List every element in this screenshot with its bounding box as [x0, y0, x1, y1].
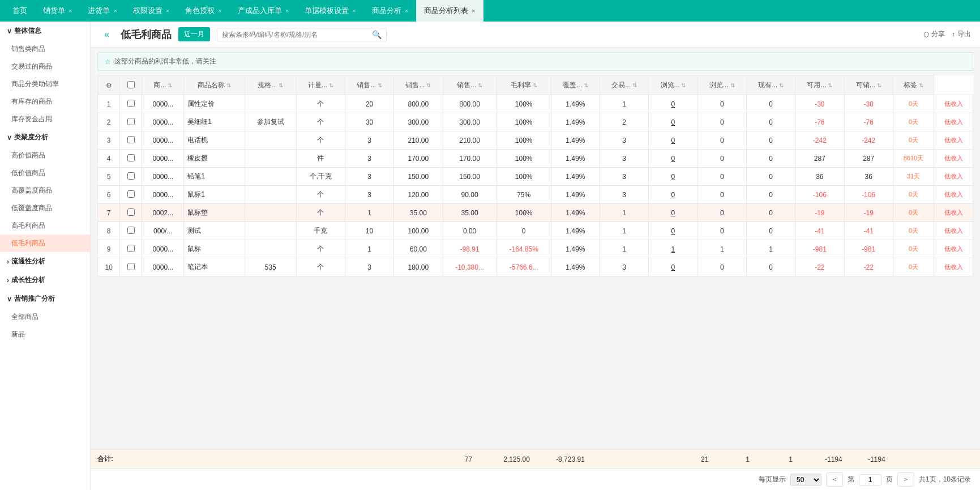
- close-icon[interactable]: ×: [352, 7, 356, 14]
- th-sale-qty[interactable]: 销售...: [345, 76, 393, 95]
- nav-home[interactable]: 首页: [5, 0, 35, 22]
- footer-stock: -1194: [812, 455, 855, 463]
- close-icon[interactable]: ×: [69, 7, 72, 14]
- th-available[interactable]: 可用...: [795, 76, 844, 95]
- row-tag: 低收入: [934, 113, 973, 131]
- nav-permission[interactable]: 权限设置 ×: [125, 0, 177, 22]
- row-checkbox[interactable]: [120, 204, 142, 222]
- data-table: ⚙ 商... 商品名称 规格... 计量... 销售... 销售... 销售..…: [97, 75, 973, 276]
- sidebar-group-circulation-title[interactable]: › 流通性分析: [0, 252, 90, 271]
- th-saleable[interactable]: 可销...: [844, 76, 893, 95]
- row-checkbox[interactable]: [120, 186, 142, 204]
- th-product-name[interactable]: 商品名称: [184, 76, 245, 95]
- sidebar-item-high-value[interactable]: 高价值商品: [0, 147, 90, 164]
- close-icon[interactable]: ×: [166, 7, 169, 14]
- th-gear[interactable]: ⚙: [98, 76, 120, 95]
- nav-product-analysis[interactable]: 商品分析 ×: [364, 0, 416, 22]
- sidebar-item-in-stock[interactable]: 有库存的商品: [0, 93, 90, 110]
- sidebar-item-sales-category[interactable]: 销售类商品: [0, 40, 90, 58]
- close-icon[interactable]: ×: [405, 7, 408, 14]
- sidebar-item-capital[interactable]: 库存资金占用: [0, 110, 90, 128]
- close-icon[interactable]: ×: [472, 7, 475, 14]
- row-checkbox[interactable]: [120, 95, 142, 113]
- search-input[interactable]: [222, 31, 370, 39]
- table-row: 9 0000... 鼠标 个 1 60.00 -98.91 -164.85% 1…: [98, 240, 973, 258]
- next-page-button[interactable]: ＞: [897, 472, 914, 487]
- select-all-checkbox[interactable]: [127, 81, 135, 88]
- row-margin: 1.49%: [551, 258, 600, 276]
- page-size-select[interactable]: 50 10 20 100: [790, 474, 821, 486]
- close-icon[interactable]: ×: [218, 7, 221, 14]
- collapse-sidebar-button[interactable]: «: [100, 29, 114, 40]
- nav-template-setting[interactable]: 单据模板设置 ×: [297, 0, 363, 22]
- row-margin: 1.49%: [551, 222, 600, 240]
- th-margin[interactable]: 覆盖...: [551, 76, 600, 95]
- th-tag[interactable]: 标签: [893, 76, 934, 95]
- nav-product-entry[interactable]: 产成品入库单 ×: [230, 0, 297, 22]
- sidebar-item-category-sales-rate[interactable]: 商品分类助销率: [0, 75, 90, 93]
- row-index: 2: [98, 113, 120, 131]
- nav-product-analysis-list[interactable]: 商品分析列表 ×: [416, 0, 483, 22]
- row-unit: 个,千克: [296, 168, 345, 186]
- nav-sales-order[interactable]: 销货单 ×: [35, 0, 80, 22]
- row-stock: -19: [795, 204, 844, 222]
- row-checkbox[interactable]: [120, 131, 142, 150]
- sidebar-group-cluster-title[interactable]: ∨ 类聚度分析: [0, 128, 90, 147]
- sidebar-group-overall-title[interactable]: ∨ 整体信息: [0, 22, 90, 40]
- notice-bar: ☆ 这部分商品的利润非常低，请关注: [97, 52, 973, 71]
- sidebar-item-traded[interactable]: 交易过的商品: [0, 58, 90, 75]
- row-cover: 1: [600, 240, 649, 258]
- th-browse1[interactable]: 浏览...: [649, 76, 697, 95]
- th-browse2[interactable]: 浏览...: [697, 76, 746, 95]
- th-product-code[interactable]: 商...: [142, 76, 184, 95]
- table-row: 10 0000... 笔记本 535 个 3 180.00 -10,380...…: [98, 258, 973, 276]
- row-sale-amt1: 120.00: [394, 186, 443, 204]
- th-gross-rate[interactable]: 毛利率: [497, 76, 551, 95]
- th-unit[interactable]: 计量...: [296, 76, 345, 95]
- share-button[interactable]: ⬡ 分享: [923, 29, 945, 39]
- row-qty: 3: [345, 168, 393, 186]
- nav-purchase-order[interactable]: 进货单 ×: [80, 0, 125, 22]
- row-checkbox[interactable]: [120, 258, 142, 276]
- row-name: 鼠标垫: [184, 204, 245, 222]
- row-checkbox[interactable]: [120, 240, 142, 258]
- gear-icon[interactable]: ⚙: [106, 82, 112, 90]
- sidebar-item-high-margin[interactable]: 高毛利商品: [0, 217, 90, 235]
- row-sale-amt2: 300.00: [443, 113, 497, 131]
- row-checkbox[interactable]: [120, 113, 142, 131]
- row-saleable: 0天: [893, 222, 934, 240]
- table-row: 6 0000... 鼠标1 个 3 120.00 90.00 75% 1.49%…: [98, 186, 973, 204]
- row-index: 9: [98, 240, 120, 258]
- th-sale-amt1[interactable]: 销售...: [394, 76, 443, 95]
- sidebar-item-all-products[interactable]: 全部商品: [0, 308, 90, 326]
- th-stock[interactable]: 现有...: [746, 76, 795, 95]
- sidebar-item-new-products[interactable]: 新品: [0, 326, 90, 343]
- close-icon[interactable]: ×: [285, 7, 289, 14]
- row-checkbox[interactable]: [120, 168, 142, 186]
- nav-role-auth[interactable]: 角色授权 ×: [177, 0, 229, 22]
- row-checkbox[interactable]: [120, 222, 142, 240]
- sidebar-group-overall: ∨ 整体信息 销售类商品 交易过的商品 商品分类助销率 有库存的商品 库存资金占…: [0, 22, 90, 128]
- sidebar-item-low-margin[interactable]: 低毛利商品: [0, 235, 90, 252]
- sidebar-group-marketing-title[interactable]: ∨ 营销推广分析: [0, 289, 90, 308]
- row-tag: 低收入: [934, 204, 973, 222]
- row-browse2: 0: [746, 150, 795, 168]
- export-button[interactable]: ↑ 导出: [952, 29, 971, 39]
- prev-page-button[interactable]: ＜: [826, 472, 843, 487]
- sidebar-item-low-value[interactable]: 低价值商品: [0, 164, 90, 182]
- date-filter-button[interactable]: 近一月: [178, 27, 210, 41]
- row-margin: 1.49%: [551, 204, 600, 222]
- th-sale-amt2[interactable]: 销售...: [443, 76, 497, 95]
- sidebar-group-growth-title[interactable]: › 成长性分析: [0, 271, 90, 289]
- sidebar-item-high-coverage[interactable]: 高覆盖度商品: [0, 182, 90, 199]
- row-code: 000/...: [142, 222, 184, 240]
- sidebar-item-low-coverage[interactable]: 低覆盖度商品: [0, 199, 90, 217]
- close-icon[interactable]: ×: [113, 7, 117, 14]
- row-trade: 0: [649, 131, 697, 150]
- row-checkbox[interactable]: [120, 150, 142, 168]
- th-spec[interactable]: 规格...: [245, 76, 296, 95]
- row-gross-rate: 100%: [497, 150, 551, 168]
- th-trade[interactable]: 交易...: [600, 76, 649, 95]
- page-number-input[interactable]: [859, 474, 881, 485]
- search-icon[interactable]: 🔍: [372, 30, 382, 39]
